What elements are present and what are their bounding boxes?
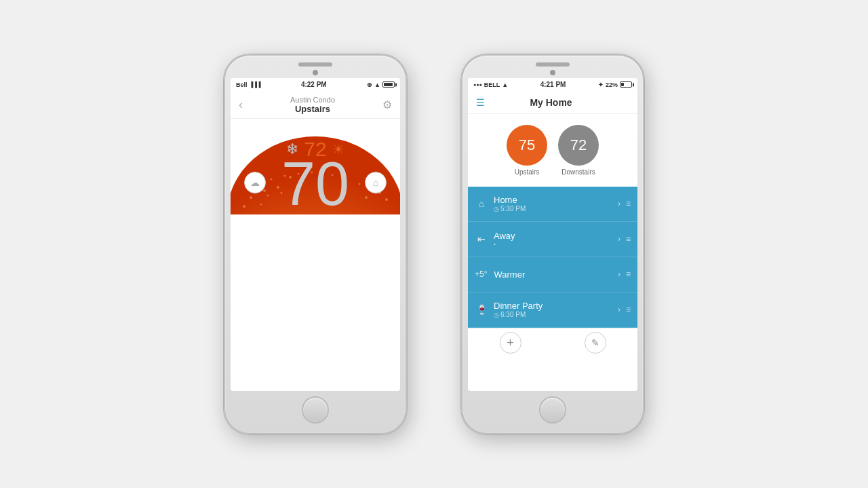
status-right-2: ✦ 22% [598,81,632,88]
thermo-circle-upstairs: 75 [507,125,547,166]
phone-1: Bell ▐▐▐ 4:22 PM ⊕ ▲ ‹ Austin Condo Upst… [224,54,407,434]
cloud-icon[interactable]: ☁ [244,172,266,193]
battery-icon-1 [382,81,395,88]
phone-2: ●●● BELL ▲ 4:21 PM ✦ 22% ☰ My Home [461,54,644,434]
clock-icon-home: ◷ [494,206,499,212]
phone-2-home-button[interactable] [539,396,566,424]
away-item-text: Away • [494,231,612,247]
home-bottom-bar: + ✎ [468,328,637,358]
thermo-main: ❄ 72 ☀ ☁ 70 ⌂ [231,119,400,214]
warmer-item-text: Warmer [494,269,612,280]
upstairs-temp: 75 [519,136,535,154]
phone-2-speaker [536,62,570,67]
phone-2-screen: ●●● BELL ▲ 4:21 PM ✦ 22% ☰ My Home [468,78,637,391]
phone-2-camera [550,70,555,75]
battery-icon-2 [620,81,632,88]
home-chevron: › [618,199,620,208]
away-item-time: • [494,241,612,247]
clock-icon-dinner: ◷ [494,312,499,318]
away-schedule-icon: ⇤ [475,233,488,244]
phone-1-speaker [298,62,332,67]
status-bar-2: ●●● BELL ▲ 4:21 PM ✦ 22% [468,78,637,92]
phone-1-top [229,62,401,75]
home-item-name: Home [494,195,612,205]
status-right-1: ⊕ ▲ [367,81,395,88]
away-dot: • [494,241,496,247]
location-icon-1: ⊕ [367,81,372,88]
temp-current: 70 [281,153,349,214]
home-handle[interactable]: ≡ [626,199,631,208]
warmer-handle[interactable]: ≡ [626,269,631,279]
schedule-item-warmer[interactable]: +5° Warmer › ≡ [468,257,637,293]
settings-icon[interactable]: ⚙ [382,98,392,111]
back-icon[interactable]: ‹ [239,98,243,112]
time-1: 4:22 PM [301,81,327,88]
wifi-icon-2: ▲ [502,81,508,88]
phone-2-top [467,62,639,75]
signal-icon-1: ▐▐▐ [250,81,261,88]
home-item-text: Home ◷ 5:30 PM [494,195,612,212]
home-header: ☰ My Home [468,92,637,114]
home-time-value: 5:30 PM [500,205,526,212]
dinner-item-text: Dinner Party ◷ 6:30 PM [494,301,612,318]
carrier-2: BELL [484,81,500,88]
thermostat-cards: 75 Upstairs 72 Downstairs [468,114,637,187]
carrier-1: Bell [236,81,248,88]
status-left-1: Bell ▐▐▐ [236,81,261,88]
header-subtitle: Upstairs [290,104,335,114]
add-button[interactable]: + [500,332,521,354]
add-icon: + [507,336,514,350]
away-item-name: Away [494,231,612,241]
status-left-2: ●●● BELL ▲ [473,81,508,88]
away-handle[interactable]: ≡ [626,234,631,244]
dinner-handle[interactable]: ≡ [626,305,631,314]
edit-icon: ✎ [591,337,599,348]
status-bar-1: Bell ▐▐▐ 4:22 PM ⊕ ▲ [231,78,400,92]
downstairs-temp: 72 [570,136,587,154]
wifi-icon-1: ▲ [374,81,380,88]
dinner-item-name: Dinner Party [494,301,612,311]
dinner-chevron: › [618,305,620,314]
home-mode-icon[interactable]: ⌂ [365,172,387,193]
phone-1-home-button[interactable] [302,396,329,424]
schedule-item-home[interactable]: ⌂ Home ◷ 5:30 PM › ≡ [468,187,637,222]
header-center: Austin Condo Upstairs [290,96,335,114]
bluetooth-icon-2: ✦ [598,81,604,88]
schedule-list: ⌂ Home ◷ 5:30 PM › ≡ ⇤ Away • [468,187,637,328]
menu-icon[interactable]: ☰ [476,97,485,108]
schedule-item-dinner[interactable]: 🍷 Dinner Party ◷ 6:30 PM › ≡ [468,293,637,328]
thermo-circle-downstairs: 72 [558,125,599,166]
home-schedule-icon: ⌂ [475,198,488,209]
home-item-time: ◷ 5:30 PM [494,205,612,212]
time-2: 4:21 PM [540,81,566,88]
dinner-item-time: ◷ 6:30 PM [494,311,612,318]
dinner-schedule-icon: 🍷 [475,304,488,315]
downstairs-label: Downstairs [561,168,595,176]
thermo-card-upstairs[interactable]: 75 Upstairs [507,125,547,176]
away-chevron: › [618,234,620,244]
phone-1-camera [313,70,318,75]
signal-dots-2: ●●● [473,82,482,87]
thermo-card-downstairs[interactable]: 72 Downstairs [558,125,599,176]
upstairs-label: Upstairs [515,168,540,176]
warmer-item-name: Warmer [494,269,612,280]
edit-button[interactable]: ✎ [585,332,606,354]
thermo-header: ‹ Austin Condo Upstairs ⚙ [231,92,400,119]
warmer-chevron: › [618,269,620,279]
warmer-prefix: +5° [475,269,487,279]
thermo-icons-row: ☁ 70 ⌂ [231,151,400,214]
dinner-time-value: 6:30 PM [500,311,526,318]
phone-1-screen: Bell ▐▐▐ 4:22 PM ⊕ ▲ ‹ Austin Condo Upst… [231,78,400,391]
header-title: Austin Condo [290,96,335,104]
schedule-item-away[interactable]: ⇤ Away • › ≡ [468,222,637,257]
battery-pct-2: 22% [606,81,618,88]
home-title: My Home [530,97,572,108]
